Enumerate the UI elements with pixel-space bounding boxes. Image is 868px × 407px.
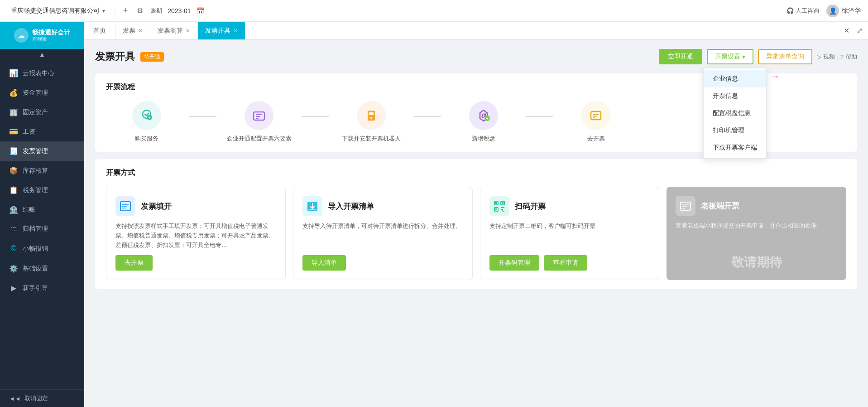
consult-button[interactable]: 🎧 人工咨询 [786, 7, 819, 15]
logo-area: ☁ 畅捷通好会计 旗舰版 [0, 22, 84, 49]
consult-label: 人工咨询 [796, 7, 819, 15]
tab-invoice-open-label: 发票开具 [205, 27, 230, 35]
billing-card-fill-header: 发票填开 [115, 196, 276, 216]
sidebar-item-label: 资金管理 [23, 89, 48, 97]
page-actions: 立即开通 开票设置 ▾ 异常清单查询 ▷ 视频 | ? 帮助 [659, 49, 857, 64]
dropdown-item-download-client[interactable]: 下载开票客户端 [704, 139, 766, 156]
page-header: 发票开具 待开通 立即开通 开票设置 ▾ 异常清单查询 ▷ 视频 | ? 帮助 [95, 49, 857, 64]
sidebar-item-invoice[interactable]: 🧾 发票管理 [0, 141, 84, 161]
company-selector[interactable]: 重庆畅捷交通信息咨询有限公司 ▾ [7, 5, 109, 17]
arrow-indicator: → [771, 71, 780, 82]
qrcode-manage-button[interactable]: 开票码管理 [489, 255, 539, 271]
sidebar-item-label: 归档管理 [23, 225, 48, 233]
sidebar-item-new-guide[interactable]: ▶ 新手引导 [0, 278, 84, 298]
layout: ☁ 畅捷通好会计 旗舰版 ▲ 📊 云报表中心 💰 资金管理 🏢 固定资产 💳 [0, 22, 868, 407]
sidebar-item-cloud-report[interactable]: 📊 云报表中心 [0, 63, 84, 83]
tab-invoice-test-label: 发票测算 [158, 27, 183, 35]
sidebar-item-report-sales[interactable]: © 小畅报销 [0, 238, 84, 259]
svg-rect-30 [495, 208, 497, 210]
download-client-label: 下载开票客户端 [713, 144, 757, 151]
sidebar-item-fund[interactable]: 💰 资金管理 [0, 83, 84, 102]
chevron-down-icon: ▾ [102, 8, 105, 14]
maximize-button[interactable]: ⤢ [855, 24, 864, 37]
sidebar-item-archive[interactable]: 🗂 归档管理 [0, 219, 84, 238]
billing-card-scan-header: 扫码开票 [489, 196, 650, 216]
report-sales-icon: © [9, 244, 18, 253]
dropdown-item-printer[interactable]: 打印机管理 [704, 122, 766, 139]
sidebar-item-checkout[interactable]: 🏦 结账 [0, 200, 84, 219]
top-bar: 重庆畅捷交通信息咨询有限公司 ▾ | + ⚙ 账期 2023-01 📅 🎧 人工… [0, 0, 868, 22]
sidebar-item-label: 云报表中心 [23, 69, 54, 78]
sidebar-item-basic-settings[interactable]: ⚙️ 基础设置 [0, 259, 84, 278]
main-area: 首页 发票 ✕ 发票测算 ✕ 发票开具 ✕ ✕ ⤢ 发票开具 [84, 22, 868, 407]
step-icon-2 [245, 101, 273, 130]
billing-card-boss-header: 老板端开票 [676, 196, 837, 216]
dropdown-item-tax-disk[interactable]: 配置税盘信息 [704, 105, 766, 122]
boss-invoice-icon [676, 196, 695, 216]
tab-invoice-close[interactable]: ✕ [138, 28, 143, 34]
sidebar-item-label: 基础设置 [23, 265, 48, 273]
tab-invoice-test[interactable]: 发票测算 ✕ [150, 22, 198, 39]
scroll-up-button[interactable]: ▲ [0, 49, 84, 60]
archive-icon: 🗂 [9, 225, 18, 233]
svg-text:+: + [148, 115, 151, 120]
settings-button[interactable]: 开票设置 ▾ [707, 49, 753, 64]
view-apply-button[interactable]: 查看申请 [544, 255, 587, 271]
fill-invoice-button[interactable]: 去开票 [115, 255, 153, 271]
step-label-3: 下载并安装开票机器人 [342, 135, 401, 143]
tab-invoice-test-close[interactable]: ✕ [186, 28, 190, 34]
tab-invoice-label: 发票 [123, 27, 135, 35]
help-section: ▷ 视频 | ? 帮助 [817, 53, 857, 61]
company-info-label: 企业信息 [713, 75, 738, 82]
sidebar-item-fixed-assets[interactable]: 🏢 固定资产 [0, 102, 84, 122]
user-name: 徐泽华 [842, 7, 861, 15]
svg-rect-35 [681, 202, 691, 210]
settings-dropdown: 企业信息 → 开票信息 配置税盘信息 打印机管理 下 [703, 68, 767, 159]
step-label-5: 去开票 [587, 135, 605, 143]
tax-icon: 📋 [9, 186, 18, 194]
calendar-icon[interactable]: 📅 [197, 7, 204, 15]
methods-section-title: 开票方式 [106, 168, 846, 178]
checkout-icon: 🏦 [9, 205, 18, 214]
sidebar-item-label: 发票管理 [23, 147, 48, 155]
fill-invoice-desc: 支持按照发票样式手工填开发票；可开具增值税电子普通发票、增值税普通发票、增值税专… [115, 222, 276, 250]
sidebar-item-label: 税务管理 [23, 186, 48, 194]
sidebar-item-payroll[interactable]: 💳 工资 [0, 122, 84, 141]
settings-button-label: 开票设置 [715, 53, 740, 61]
sidebar-item-label: 小畅报销 [23, 245, 48, 253]
billing-card-boss: 老板端开票 查看老板端小程序提交的开票申请，并作出相应的处理 敬请期待 [667, 187, 846, 280]
tab-home[interactable]: 首页 [84, 22, 115, 39]
tab-invoice-open-close[interactable]: ✕ [233, 28, 238, 34]
basic-settings-icon: ⚙️ [9, 264, 18, 273]
svg-point-9 [370, 117, 372, 119]
anomaly-button[interactable]: 异常清单查询 [758, 49, 812, 64]
sidebar-item-tax[interactable]: 📋 税务管理 [0, 180, 84, 200]
page-title: 发票开具 [95, 50, 135, 63]
step-icon-3 [357, 101, 386, 130]
sidebar-item-inventory[interactable]: 📦 库存核算 [0, 161, 84, 180]
user-info[interactable]: 👤 徐泽华 [826, 5, 861, 17]
period-label: 账期 [150, 7, 162, 15]
import-invoice-button[interactable]: 导入清单 [302, 255, 346, 271]
settings-icon[interactable]: ⚙ [135, 5, 145, 17]
invoice-icon: 🧾 [9, 147, 18, 155]
help-icon: ? [840, 53, 844, 60]
tab-bar-right: ✕ ⤢ [842, 24, 868, 37]
help-label[interactable]: 帮助 [845, 53, 857, 61]
billing-card-scan: 扫码开票 支持定制开票二维码，客户端可扫码开票 开票码管理 查看申请 [480, 187, 660, 280]
dropdown-item-invoice-info[interactable]: 开票信息 [704, 87, 766, 105]
dropdown-item-company-info[interactable]: 企业信息 → [704, 70, 766, 87]
billing-methods: 发票填开 支持按照发票样式手工填开发票；可开具增值税电子普通发票、增值税普通发票… [106, 187, 846, 280]
sidebar-item-label: 结账 [23, 206, 35, 214]
process-step-3: 下载并安装开票机器人 [331, 101, 412, 143]
add-company-button[interactable]: + [121, 4, 130, 17]
video-label[interactable]: 视频 [823, 53, 835, 61]
svg-rect-28 [495, 202, 497, 204]
cancel-pin-button[interactable]: ◄◄ 取消固定 [0, 389, 84, 407]
tab-invoice[interactable]: 发票 ✕ [115, 22, 150, 39]
process-step-2: 企业开通配置开票六要素 [218, 101, 300, 143]
tab-invoice-open[interactable]: 发票开具 ✕ [198, 22, 245, 39]
activate-button[interactable]: 立即开通 [659, 49, 702, 64]
step-icon-4: 税+ [469, 101, 498, 130]
close-tab-button[interactable]: ✕ [842, 24, 851, 37]
